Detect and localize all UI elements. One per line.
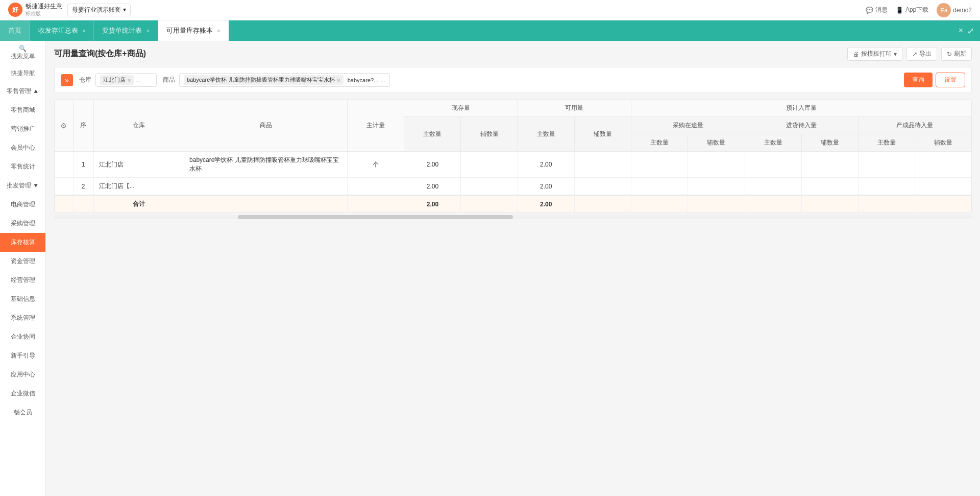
user-profile[interactable]: Ea demo2 — [937, 3, 972, 17]
filter-expand-button[interactable]: » — [61, 74, 73, 86]
footer-production-main — [858, 195, 915, 212]
sidebar-item-member[interactable]: 会员中心 — [0, 138, 45, 157]
sidebar-search[interactable]: 🔍 搜索菜单 — [0, 41, 45, 65]
product-filter-more[interactable]: ... — [380, 77, 385, 84]
sidebar-item-finance[interactable]: 资金管理 — [0, 252, 45, 271]
logo-area: 好 畅捷通好生意 标准版 — [8, 3, 62, 17]
th-available-main: 主数量 — [518, 117, 574, 152]
warehouse-filter-more[interactable]: ... — [136, 77, 141, 84]
tab-close-all[interactable]: × — [959, 26, 963, 35]
product-tag-1-close[interactable]: × — [337, 77, 340, 83]
tab-home-label: 首页 — [8, 26, 21, 35]
table-footer: 合计 2.00 2.00 — [55, 195, 971, 212]
footer-settings-cell — [55, 195, 73, 212]
table-row: 2 江北门店【... 2.00 2.00 — [55, 178, 971, 196]
footer-purchase-main — [631, 195, 688, 212]
sidebar-item-vip[interactable]: 畅会员 — [0, 403, 45, 422]
query-button[interactable]: 查询 — [904, 73, 933, 87]
template-print-button[interactable]: 🖨 按模板打印 ▾ — [847, 47, 902, 61]
tab-bar: 首页 收发存汇总表 × 要货单统计表 × 可用量库存账本 × × ⤢ — [0, 20, 980, 41]
footer-no-cell — [73, 195, 93, 212]
sidebar-item-basic-info[interactable]: 基础信息 — [0, 290, 45, 309]
sidebar-item-system-label: 系统管理 — [11, 314, 35, 321]
tab-receive-send[interactable]: 收发存汇总表 × — [30, 20, 94, 41]
sidebar-item-operation[interactable]: 经营管理 — [0, 271, 45, 290]
sidebar-item-zero-sales-label: 零售管理 ▲ — [7, 87, 39, 95]
page-actions: 🖨 按模板打印 ▾ ↗ 导出 ↻ 刷新 — [847, 47, 972, 61]
message-action[interactable]: 💬 消息 — [866, 6, 888, 14]
tab-receive-send-close[interactable]: × — [82, 28, 85, 34]
tab-order-stats-close[interactable]: × — [146, 28, 149, 34]
sidebar-item-enterprise[interactable]: 企业协同 — [0, 327, 45, 346]
tab-home[interactable]: 首页 — [0, 20, 30, 41]
column-settings-button[interactable]: ⚙ — [60, 122, 67, 130]
row-current-aux — [461, 152, 518, 178]
th-warehouse: 仓库 — [93, 100, 184, 152]
page-title: 可用量查询(按仓库+商品) — [54, 49, 146, 59]
refresh-label: 刷新 — [954, 50, 966, 58]
sidebar-item-wholesale[interactable]: 批发管理 ▼ — [0, 176, 45, 195]
inventory-table: ⚙ 序 仓库 商品 主计量 — [55, 100, 971, 212]
row-available-main: 2.00 — [518, 178, 574, 196]
tab-order-stats[interactable]: 要货单统计表 × — [94, 20, 158, 41]
footer-incoming-main — [745, 195, 801, 212]
refresh-button[interactable]: ↻ 刷新 — [941, 47, 972, 61]
export-button[interactable]: ↗ 导出 — [906, 47, 937, 61]
search-label: 搜索菜单 — [11, 53, 35, 60]
row-current-aux — [461, 178, 518, 196]
sidebar-item-ecommerce[interactable]: 电商管理 — [0, 195, 45, 214]
row-incoming-main — [745, 178, 801, 196]
sidebar-quick-nav[interactable]: 快捷导航 — [0, 65, 45, 82]
settings-button[interactable]: 设置 — [936, 73, 965, 87]
tab-expand[interactable]: ⤢ — [967, 26, 974, 36]
warehouse-filter-group: 仓库 江北门店 × ... — [79, 73, 157, 87]
app-download-action[interactable]: 📱 App下载 — [896, 6, 928, 14]
warehouse-filter-label: 仓库 — [79, 76, 91, 84]
horizontal-scrollbar[interactable] — [54, 215, 972, 219]
sidebar-item-purchase[interactable]: 采购管理 — [0, 214, 45, 233]
th-available-aux: 辅数量 — [574, 117, 631, 152]
th-purchase-main: 主数量 — [631, 134, 688, 152]
row-purchase-main — [631, 178, 688, 196]
row-production-main — [858, 178, 915, 196]
tenant-selector[interactable]: 母婴行业演示账套 ▾ — [67, 4, 131, 16]
row-current-main: 2.00 — [404, 152, 461, 178]
th-available: 可用量 — [518, 100, 631, 117]
product-filter-label: 商品 — [163, 76, 175, 84]
row-warehouse: 江北门店 — [93, 152, 184, 178]
th-current-stock: 现存量 — [404, 100, 518, 117]
sidebar-item-zero-sales[interactable]: 零售管理 ▲ — [0, 82, 45, 101]
tab-available-inventory-label: 可用量库存账本 — [166, 26, 213, 35]
logo-text-block: 畅捷通好生意 标准版 — [26, 3, 62, 17]
product-filter-input[interactable]: babycare学饮杯 儿童防摔防撞吸管杯重力球吸嘴杯宝宝水杯 × babyca… — [179, 73, 390, 87]
scroll-thumb[interactable] — [238, 215, 513, 219]
table-row: 1 江北门店 babycare学饮杯 儿童防摔防撞吸管杯重力球吸嘴杯宝宝水杯 个… — [55, 152, 971, 178]
sidebar-item-retail-stats[interactable]: 零售统计 — [0, 157, 45, 176]
tab-available-inventory-close[interactable]: × — [217, 28, 220, 34]
warehouse-tag-text: 江北门店 — [103, 76, 126, 84]
sidebar-item-app-center[interactable]: 应用中心 — [0, 365, 45, 384]
sidebar-item-system[interactable]: 系统管理 — [0, 309, 45, 327]
tab-order-stats-label: 要货单统计表 — [102, 26, 142, 35]
row-production-aux — [915, 178, 971, 196]
tab-available-inventory[interactable]: 可用量库存账本 × — [158, 20, 229, 41]
sidebar-item-newbie[interactable]: 新手引导 — [0, 346, 45, 365]
export-label: 导出 — [919, 50, 932, 58]
sidebar-item-wechat-work[interactable]: 企业微信 — [0, 384, 45, 403]
th-purchase-onway: 采购在途量 — [631, 117, 745, 134]
footer-available-aux — [574, 195, 631, 212]
sidebar-item-inventory[interactable]: 库存核算 — [0, 233, 45, 252]
sidebar-item-operation-label: 经营管理 — [11, 276, 35, 284]
sidebar-item-online-store[interactable]: 零售商城 — [0, 101, 45, 120]
footer-available-main: 2.00 — [518, 195, 574, 212]
page-title-bar: 可用量查询(按仓库+商品) 🖨 按模板打印 ▾ ↗ 导出 ↻ 刷新 — [54, 47, 972, 61]
warehouse-filter-input[interactable]: 江北门店 × ... — [95, 73, 157, 87]
chevron-down-icon: ▾ — [894, 51, 897, 58]
th-purchase-aux: 辅数量 — [688, 134, 745, 152]
warehouse-tag-close[interactable]: × — [128, 77, 131, 83]
header-right: 💬 消息 📱 App下载 Ea demo2 — [866, 3, 972, 17]
row-unit: 个 — [348, 152, 404, 178]
sidebar-item-marketing[interactable]: 营销推广 — [0, 120, 45, 138]
product-tag-2: babycare?... — [348, 77, 379, 83]
top-header: 好 畅捷通好生意 标准版 母婴行业演示账套 ▾ 💬 消息 📱 App下载 Ea … — [0, 0, 980, 20]
